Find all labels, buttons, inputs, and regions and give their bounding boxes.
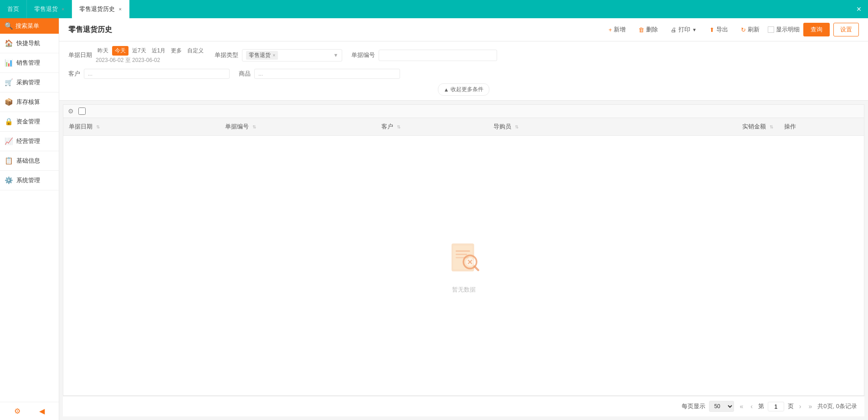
collapse-button-label: 收起更多条件 [451,86,483,93]
settings-gear-icon[interactable]: ⚙ [14,407,21,415]
show-detail-label: 显示明细 [776,26,800,34]
content-area: 零售退货历史 + 新增 🗑 删除 🖨 打印 ▼ ⬆ 导出 [59,18,868,420]
print-icon: 🖨 [671,26,677,33]
per-page-label: 每页显示 [682,402,705,410]
delete-button-label: 删除 [646,26,658,34]
show-detail-checkbox-group[interactable]: 显示明细 [768,26,800,34]
plus-icon: + [609,26,612,33]
home-icon: 🏠 [5,39,13,47]
tab-retail-return-history[interactable]: 零售退货历史 × [72,0,129,18]
next-page-button[interactable]: › [797,402,803,411]
last-page-button[interactable]: » [807,402,814,411]
sidebar-item-inventory-label: 库存核算 [16,98,40,106]
collapse-sidebar-icon[interactable]: ◀ [39,407,45,415]
date-7days[interactable]: 近7天 [130,46,148,56]
svg-rect-2 [456,251,470,252]
sidebar-item-sys-label: 系统管理 [16,176,40,184]
voucher-type-tag: 零售退货 × [246,51,278,60]
sidebar: 🔍 搜索菜单 🏠 快捷导航 📊 销售管理 🛒 采购管理 📦 库存核算 🔒 资金管… [0,18,59,420]
filter-area: 单据日期 昨天 今天 近7天 近1月 更多 自定义 2023-06-02 至 2… [59,41,868,101]
finance-icon: 🔒 [5,118,13,126]
prev-page-button[interactable]: ‹ [749,402,755,411]
sidebar-item-sales-mgmt[interactable]: 📊 销售管理 [0,53,59,73]
col-customer-label: 客户 [381,123,393,130]
sidebar-search[interactable]: 🔍 搜索菜单 [0,18,59,34]
voucher-type-label: 单据类型 [215,51,238,59]
page-unit: 页 [788,402,794,410]
show-detail-checkbox[interactable] [768,26,774,33]
date-custom[interactable]: 自定义 [185,46,205,56]
sidebar-bottom: ⚙ ◀ [0,402,59,420]
collapse-button[interactable]: ▲ 收起更多条件 [438,83,490,96]
voucher-type-dropdown-icon[interactable]: ▼ [333,52,338,58]
date-yesterday[interactable]: 昨天 [96,46,110,56]
tab-home[interactable]: 首页 [0,0,27,18]
sidebar-item-purchase-mgmt[interactable]: 🛒 采购管理 [0,73,59,92]
col-no: 单据编号 ⇅ [220,118,376,136]
date-today[interactable]: 今天 [112,46,128,56]
tab-retail-return-close[interactable]: × [62,6,64,12]
sidebar-item-basic-info[interactable]: 📋 基础信息 [0,151,59,171]
goods-label: 商品 [239,70,251,78]
print-button[interactable]: 🖨 打印 ▼ [666,23,701,36]
date-1month[interactable]: 近1月 [150,46,168,56]
voucher-type-tag-close[interactable]: × [272,53,275,58]
voucher-no-label: 单据编号 [351,51,375,59]
col-guide-sort-icon[interactable]: ⇅ [515,124,519,129]
tab-retail-return-label: 零售退货 [34,5,58,13]
col-no-sort-icon[interactable]: ⇅ [252,124,256,129]
per-page-select[interactable]: 50 100 200 [709,401,734,412]
col-action: 操作 [779,118,864,136]
customer-input[interactable]: ... [84,69,230,79]
filter-row-2: 客户 ... 商品 ... [68,69,859,79]
table-toolbar: ⚙ [63,105,864,118]
header-actions: + 新增 🗑 删除 🖨 打印 ▼ ⬆ 导出 ↻ 刷新 [604,23,859,36]
table-settings-icon[interactable]: ⚙ [68,108,74,115]
first-page-button[interactable]: « [738,402,745,411]
export-button[interactable]: ⬆ 导出 [705,23,733,36]
sidebar-item-ops-mgmt[interactable]: 📈 经营管理 [0,132,59,151]
page-number-input[interactable] [768,402,784,411]
page-total: 共0页, 0条记录 [817,402,857,410]
tab-retail-return-history-close[interactable]: × [118,6,121,12]
data-table: 单据日期 ⇅ 单据编号 ⇅ 客户 ⇅ 导购员 ⇅ [63,118,864,136]
page-label: 第 [758,402,764,410]
col-amount-label: 实销金额 [742,123,766,130]
col-amount-sort-icon[interactable]: ⇅ [770,124,773,129]
main-layout: 🔍 搜索菜单 🏠 快捷导航 📊 销售管理 🛒 采购管理 📦 库存核算 🔒 资金管… [0,18,868,420]
col-guide: 导购员 ⇅ [488,118,622,136]
sidebar-item-sys-mgmt[interactable]: ⚙️ 系统管理 [0,171,59,190]
sidebar-item-inventory-check[interactable]: 📦 库存核算 [0,92,59,112]
new-button[interactable]: + 新增 [604,23,631,36]
goods-ellipsis[interactable]: ... [258,71,263,77]
col-action-label: 操作 [784,123,796,130]
voucher-no-input[interactable] [379,50,497,61]
customer-filter: 客户 ... [68,69,230,79]
settings-button[interactable]: 设置 [833,23,859,36]
delete-button[interactable]: 🗑 删除 [634,23,663,36]
tab-retail-return[interactable]: 零售退货 × [27,0,72,18]
collapse-up-icon: ▲ [444,87,449,93]
select-all-checkbox[interactable] [78,108,86,115]
col-customer: 客户 ⇅ [376,118,488,136]
col-customer-sort-icon[interactable]: ⇅ [397,124,401,129]
col-date-sort-icon[interactable]: ⇅ [96,124,100,129]
goods-input[interactable]: ... [254,69,400,79]
empty-icon [443,237,484,278]
purchase-icon: 🛒 [5,78,13,87]
customer-ellipsis[interactable]: ... [88,71,92,77]
query-button[interactable]: 查询 [803,23,830,36]
tab-retail-return-history-label: 零售退货历史 [79,5,115,13]
refresh-button[interactable]: ↻ 刷新 [736,23,764,36]
sidebar-item-ops-label: 经营管理 [16,137,40,145]
sys-icon: ⚙️ [5,176,13,184]
voucher-type-input[interactable]: 零售退货 × ▼ [242,49,342,61]
date-range-display: 2023-06-02 至 2023-06-02 [96,56,205,64]
table-header-row: 单据日期 ⇅ 单据编号 ⇅ 客户 ⇅ 导购员 ⇅ [63,118,864,136]
sidebar-item-finance-mgmt[interactable]: 🔒 资金管理 [0,112,59,132]
svg-rect-3 [456,254,467,255]
sidebar-item-quick-nav[interactable]: 🏠 快捷导航 [0,34,59,53]
date-more[interactable]: 更多 [169,46,184,56]
table-area: ⚙ 单据日期 ⇅ 单据编号 ⇅ 客户 [63,104,864,396]
window-close-button[interactable]: × [850,0,868,18]
